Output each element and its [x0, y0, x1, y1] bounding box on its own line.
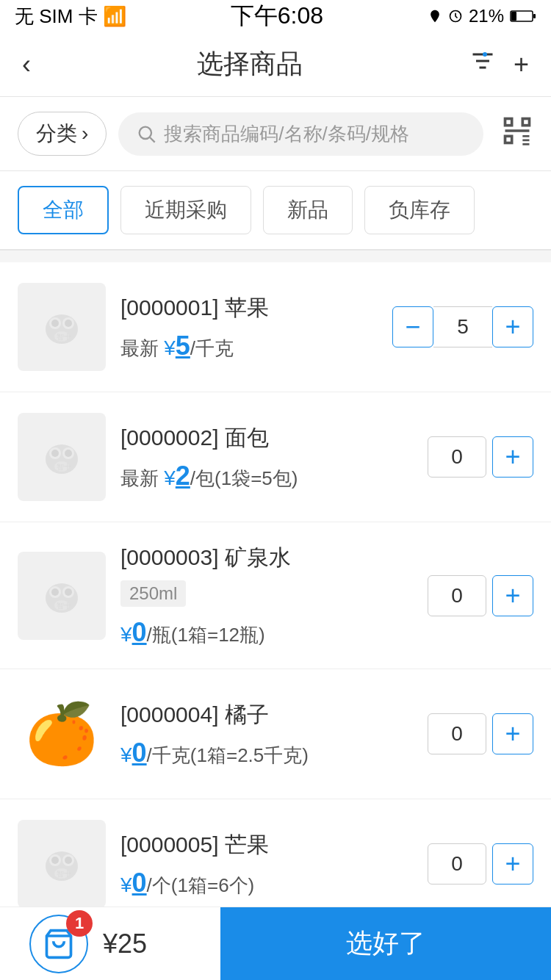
category-button[interactable]: 分类 ›: [18, 112, 107, 156]
owl-icon: 智十: [36, 570, 87, 621]
product-image: 智十: [18, 552, 106, 640]
svg-rect-11: [522, 118, 529, 125]
svg-text:智十: 智十: [57, 463, 71, 471]
svg-text:智十: 智十: [57, 602, 71, 610]
back-button[interactable]: ‹: [22, 49, 31, 80]
increase-button[interactable]: +: [492, 713, 533, 754]
tab-negative[interactable]: 负库存: [364, 186, 475, 234]
svg-rect-3: [533, 14, 536, 18]
product-info: [0000003] 矿泉水 250ml ¥0/瓶(1箱=12瓶): [120, 543, 413, 648]
status-left: 无 SIM 卡 📶: [15, 4, 126, 29]
divider: [0, 251, 551, 262]
svg-point-35: [65, 588, 72, 596]
svg-point-34: [51, 588, 59, 596]
increase-button[interactable]: +: [492, 843, 533, 884]
product-name: [0000003] 矿泉水: [120, 543, 413, 573]
add-icon[interactable]: +: [514, 49, 529, 80]
filter-bar: 分类 › 搜索商品编码/名称/条码/规格: [0, 97, 551, 171]
svg-point-28: [65, 450, 72, 457]
product-item: 智十 [0000003] 矿泉水 250ml ¥0/瓶(1箱=12瓶) +: [0, 522, 551, 669]
page-title: 选择商品: [197, 46, 303, 82]
svg-line-9: [151, 137, 155, 142]
scan-icon[interactable]: [501, 115, 533, 154]
product-image: 智十: [18, 283, 106, 371]
svg-point-27: [51, 450, 59, 457]
svg-text:智十: 智十: [57, 333, 71, 341]
product-item: 智十 [0000002] 面包 最新 ¥2/包(1袋=5包) +: [0, 392, 551, 522]
bottom-bar: 1 ¥25 选好了: [0, 907, 551, 980]
tab-all[interactable]: 全部: [18, 186, 109, 234]
product-list: 智十 [0000001] 苹果 最新 ¥5/千克 − + 智十: [0, 262, 551, 980]
product-price: ¥0/千克(1箱=2.5千克): [120, 738, 413, 768]
product-price: 最新 ¥5/千克: [120, 331, 378, 361]
svg-point-21: [65, 320, 72, 327]
product-item: 🍊 [0000004] 橘子 ¥0/千克(1箱=2.5千克) +: [0, 669, 551, 799]
svg-point-41: [51, 857, 59, 864]
filter-icon[interactable]: [469, 48, 496, 81]
product-info: [0000005] 芒果 ¥0/个(1箱=6个): [120, 830, 413, 898]
tab-bar: 全部 近期采购 新品 负库存: [0, 171, 551, 251]
status-bar: 无 SIM 卡 📶 下午6:08 21%: [0, 0, 551, 32]
battery-percent: 21%: [469, 6, 504, 26]
search-box[interactable]: 搜索商品编码/名称/条码/规格: [118, 112, 483, 156]
svg-text:智十: 智十: [57, 870, 71, 878]
increase-button[interactable]: +: [492, 436, 533, 478]
product-info: [0000002] 面包 最新 ¥2/包(1袋=5包): [120, 423, 413, 491]
product-spec: 250ml: [120, 580, 186, 607]
owl-icon: 智十: [36, 431, 87, 483]
svg-point-8: [140, 127, 151, 139]
cart-button[interactable]: 1: [29, 915, 88, 973]
cart-badge: 1: [66, 910, 93, 937]
quantity-input[interactable]: [428, 575, 486, 616]
product-image: 智十: [18, 413, 106, 501]
svg-rect-12: [505, 136, 512, 143]
decrease-button[interactable]: −: [392, 306, 433, 347]
cart-total: ¥25: [103, 929, 147, 959]
svg-point-20: [51, 320, 59, 327]
quantity-input[interactable]: [428, 436, 486, 478]
product-price: ¥0/瓶(1箱=12瓶): [120, 617, 413, 648]
product-item: 智十 [0000001] 苹果 最新 ¥5/千克 − +: [0, 262, 551, 392]
battery-icon: [510, 9, 536, 24]
svg-rect-10: [505, 118, 512, 125]
location-icon: [428, 9, 442, 24]
quantity-control: − +: [392, 306, 533, 347]
search-placeholder: 搜索商品编码/名称/条码/规格: [164, 121, 409, 147]
product-info: [0000004] 橘子 ¥0/千克(1箱=2.5千克): [120, 700, 413, 768]
product-image: 智十: [18, 820, 106, 908]
status-time: 下午6:08: [231, 0, 323, 32]
quantity-input[interactable]: [428, 843, 486, 884]
quantity-input[interactable]: [433, 306, 492, 347]
svg-point-42: [65, 857, 72, 864]
svg-point-7: [483, 52, 487, 57]
product-info: [0000001] 苹果 最新 ¥5/千克: [120, 293, 378, 361]
product-image: 🍊: [18, 690, 106, 778]
quantity-control: +: [428, 436, 533, 478]
tab-recent[interactable]: 近期采购: [120, 186, 251, 234]
product-price: ¥0/个(1箱=6个): [120, 868, 413, 898]
cart-area: 1 ¥25: [0, 915, 220, 973]
quantity-control: +: [428, 713, 533, 754]
quantity-control: +: [428, 843, 533, 884]
alarm-icon: [448, 9, 463, 24]
status-right: 21%: [428, 6, 536, 26]
product-name: [0000002] 面包: [120, 423, 413, 453]
increase-button[interactable]: +: [492, 306, 533, 347]
svg-rect-2: [511, 12, 516, 21]
owl-icon: 智十: [36, 838, 87, 890]
tab-new[interactable]: 新品: [263, 186, 353, 234]
nav-bar: ‹ 选择商品 +: [0, 32, 551, 97]
owl-icon: 智十: [36, 301, 87, 353]
product-name: [0000005] 芒果: [120, 830, 413, 860]
product-price: 最新 ¥2/包(1袋=5包): [120, 461, 413, 491]
product-name: [0000004] 橘子: [120, 700, 413, 730]
quantity-control: +: [428, 575, 533, 616]
search-icon: [136, 123, 156, 144]
orange-image: 🍊: [25, 705, 98, 763]
confirm-button[interactable]: 选好了: [220, 907, 551, 980]
quantity-input[interactable]: [428, 713, 486, 754]
increase-button[interactable]: +: [492, 575, 533, 616]
product-name: [0000001] 苹果: [120, 293, 378, 323]
